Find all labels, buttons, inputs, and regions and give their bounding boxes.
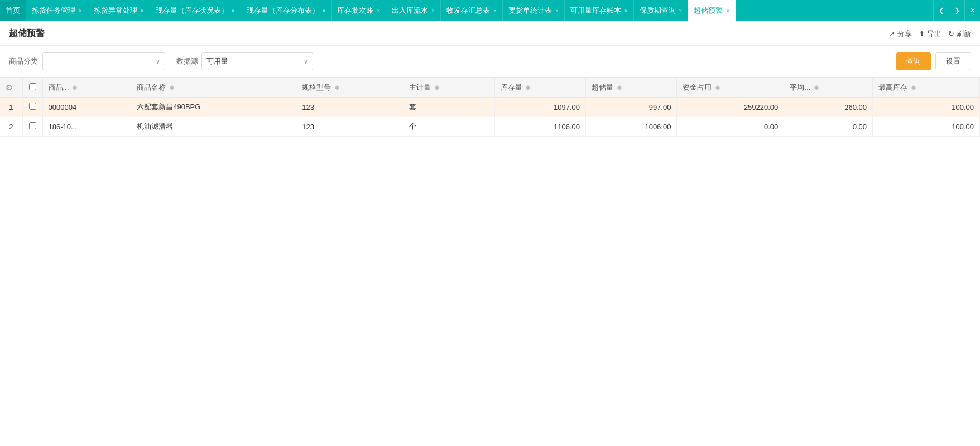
nav-tab-order-stats-close[interactable]: × (555, 8, 559, 14)
header-actions: ↗ 分享 ⬆ 导出 ↻ 刷新 (889, 29, 971, 39)
nav-tab-usable-ledger-close[interactable]: × (624, 8, 628, 14)
row-avg: 0.00 (784, 117, 873, 137)
column-avg-label: 平均... (790, 83, 810, 91)
settings-button[interactable]: 设置 (935, 52, 971, 70)
arrow-right-icon: ❯ (954, 7, 960, 14)
row-product-name: 机油滤清器 (131, 117, 296, 137)
nav-tab-inventory-status-close[interactable]: × (232, 8, 235, 14)
nav-tab-task-mgmt[interactable]: 拣货任务管理 × (26, 0, 88, 21)
query-button[interactable]: 查询 (896, 52, 931, 70)
overstock-table: ⚙ 商品... 商品名称 (0, 77, 980, 137)
row-overstock: 1006.00 (585, 117, 676, 137)
column-inventory[interactable]: 库存量 (494, 78, 585, 98)
nav-tab-task-mgmt-close[interactable]: × (79, 8, 82, 14)
nav-tab-inventory-status[interactable]: 现存量（库存状况表） × (150, 0, 241, 21)
nav-tab-inout-flow[interactable]: 出入库流水 × (386, 0, 441, 21)
category-chevron-down-icon: ∨ (156, 58, 160, 65)
select-all-checkbox[interactable] (29, 83, 36, 90)
column-max-stock-label: 最高库存 (878, 83, 907, 91)
column-max-stock[interactable]: 最高库存 (873, 78, 980, 98)
nav-tab-quality-check[interactable]: 保质期查询 × (634, 0, 689, 21)
row-overstock: 997.00 (585, 98, 676, 117)
column-capital-label: 资金占用 (683, 83, 712, 91)
nav-tab-batch-close[interactable]: × (377, 8, 380, 14)
category-filter-select[interactable]: ∨ (42, 52, 165, 70)
export-button[interactable]: ⬆ 导出 (919, 29, 941, 39)
close-icon: ✕ (970, 7, 976, 14)
table-row: 1 0000004 六配套新昌490BPG 123 套 1097.00 997.… (0, 98, 980, 117)
sort-icon-overstock (617, 85, 622, 90)
category-filter-label: 商品分类 (9, 56, 38, 66)
row-product-code: 186-10... (42, 117, 131, 137)
datasource-filter-value: 可用量 (206, 56, 228, 66)
nav-tab-overstock-warn[interactable]: 超储预警 × (688, 0, 736, 21)
row-unit: 套 (403, 98, 494, 117)
column-overstock[interactable]: 超储量 (585, 78, 676, 98)
nav-tab-quality-check-close[interactable]: × (679, 8, 683, 14)
datasource-filter-select[interactable]: 可用量 ∨ (201, 52, 313, 70)
refresh-label: 刷新 (957, 29, 971, 39)
refresh-button[interactable]: ↻ 刷新 (948, 29, 971, 39)
page-title: 超储预警 (9, 28, 45, 40)
nav-tab-collect-summary[interactable]: 收发存汇总表 × (441, 0, 503, 21)
column-checkbox (22, 78, 42, 98)
row-checkbox-cell[interactable] (22, 98, 42, 117)
column-product-code-label: 商品... (49, 83, 69, 91)
column-settings: ⚙ (0, 78, 22, 98)
column-unit[interactable]: 主计量 (403, 78, 494, 98)
nav-tab-inventory-dist-close[interactable]: × (323, 8, 326, 14)
row-checkbox-cell[interactable] (22, 117, 42, 137)
sort-icon-capital (715, 85, 720, 90)
column-product-name-label: 商品名称 (137, 83, 166, 91)
row-max-stock: 100.00 (873, 98, 980, 117)
nav-tab-abnormal[interactable]: 拣货异常处理 × (88, 0, 150, 21)
column-product-name[interactable]: 商品名称 (131, 78, 296, 98)
column-unit-label: 主计量 (409, 83, 431, 91)
nav-tab-order-stats[interactable]: 要货单统计表 × (503, 0, 565, 21)
nav-tab-abnormal-label: 拣货异常处理 (94, 6, 137, 16)
share-label: 分享 (897, 29, 912, 39)
row-spec: 123 (296, 98, 403, 117)
nav-tab-usable-ledger[interactable]: 可用量库存账本 × (565, 0, 634, 21)
row-inventory: 1097.00 (494, 98, 585, 117)
column-spec-label: 规格型号 (302, 83, 331, 91)
nav-tab-home-label: 首页 (6, 6, 20, 16)
nav-tab-inout-flow-close[interactable]: × (431, 8, 435, 14)
column-avg[interactable]: 平均... (784, 78, 873, 98)
column-inventory-label: 库存量 (501, 83, 522, 91)
row-checkbox[interactable] (29, 103, 36, 110)
export-label: 导出 (927, 29, 941, 39)
main-content: 超储预警 ↗ 分享 ⬆ 导出 ↻ 刷新 商品分类 ∨ 数据源 (0, 21, 980, 446)
row-num-cell: 2 (0, 117, 22, 137)
column-spec[interactable]: 规格型号 (296, 78, 403, 98)
sort-icon-product-name (170, 85, 174, 90)
sort-icon-unit (435, 85, 439, 90)
table-header-row: ⚙ 商品... 商品名称 (0, 78, 980, 98)
sort-icon-max-stock (911, 85, 916, 90)
row-num-cell: 1 (0, 98, 22, 117)
nav-tab-abnormal-close[interactable]: × (141, 8, 144, 14)
nav-close-button[interactable]: ✕ (964, 0, 980, 21)
nav-tab-inventory-dist-label: 现存量（库存分布表） (247, 6, 319, 16)
table-body: 1 0000004 六配套新昌490BPG 123 套 1097.00 997.… (0, 98, 980, 137)
row-unit: 个 (403, 117, 494, 137)
nav-prev-button[interactable]: ❮ (933, 0, 949, 21)
row-checkbox[interactable] (29, 122, 36, 129)
nav-tab-inventory-dist[interactable]: 现存量（库存分布表） × (241, 0, 332, 21)
row-product-code: 0000004 (42, 98, 131, 117)
nav-tab-usable-ledger-label: 可用量库存账本 (570, 6, 621, 16)
nav-tab-home[interactable]: 首页 (0, 0, 26, 21)
row-inventory: 1106.00 (494, 117, 585, 137)
nav-tab-batch[interactable]: 库存批次账 × (332, 0, 386, 21)
column-product-code[interactable]: 商品... (42, 78, 131, 98)
column-capital[interactable]: 资金占用 (677, 78, 784, 98)
nav-next-button[interactable]: ❯ (949, 0, 964, 21)
arrow-left-icon: ❮ (939, 7, 944, 14)
settings-gear-icon[interactable]: ⚙ (6, 83, 13, 92)
datasource-filter-group: 数据源 可用量 ∨ (176, 52, 313, 70)
share-button[interactable]: ↗ 分享 (889, 29, 912, 39)
nav-tab-overstock-warn-close[interactable]: × (726, 8, 729, 14)
nav-tab-collect-summary-close[interactable]: × (493, 8, 497, 14)
nav-arrows: ❮ ❯ ✕ (933, 0, 980, 21)
row-number: 2 (9, 123, 13, 131)
